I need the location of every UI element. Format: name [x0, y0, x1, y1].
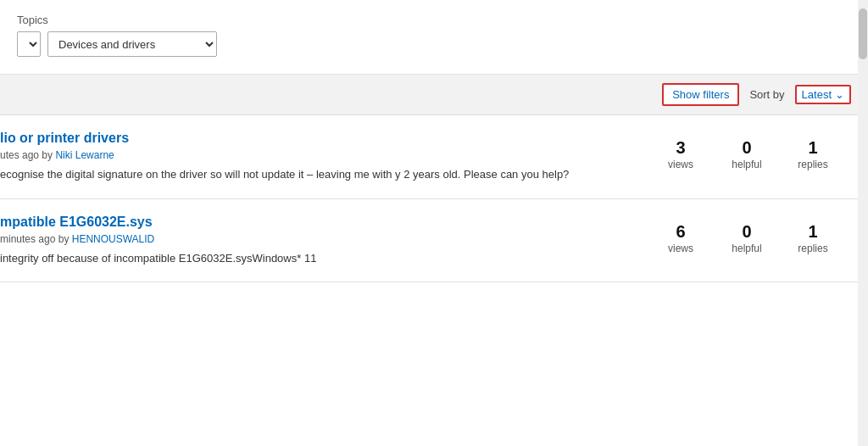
helpful-stat: 0 helpful [726, 139, 768, 170]
topics-label: Topics [17, 14, 851, 26]
post-time: utes ago by [0, 149, 55, 161]
helpful-label: helpful [732, 243, 761, 254]
views-label: views [668, 159, 693, 170]
views-stat: 6 views [659, 223, 702, 254]
sort-by-label: Sort by [749, 88, 784, 101]
helpful-stat: 0 helpful [726, 223, 768, 254]
views-count: 3 [676, 139, 685, 156]
posts-section: lio or printer drivers utes ago by Niki … [0, 115, 868, 282]
post-time: minutes ago by [0, 233, 72, 245]
post-stats: 6 views 0 helpful 1 replies [648, 215, 851, 254]
replies-stat: 1 replies [792, 223, 834, 254]
topics-row: Devices and driversAudioPrintersDisplayN… [17, 31, 851, 57]
sort-arrow-icon[interactable]: ⌄ [835, 88, 844, 101]
show-filters-button[interactable]: Show filters [662, 83, 739, 106]
sort-selected-text[interactable]: Latest [802, 88, 832, 101]
post-content: mpatible E1G6032E.sys minutes ago by HEN… [0, 215, 648, 267]
replies-label: replies [798, 243, 827, 254]
views-count: 6 [676, 223, 685, 240]
post-item: lio or printer drivers utes ago by Niki … [0, 115, 868, 199]
filter-bar: Show filters Sort by Latest ⌄ [0, 75, 868, 115]
post-meta: utes ago by Niki Lewarne [0, 149, 648, 161]
post-content: lio or printer drivers utes ago by Niki … [0, 131, 648, 183]
post-author-link[interactable]: Niki Lewarne [55, 149, 114, 161]
sort-dropdown-wrapper[interactable]: Latest ⌄ [795, 85, 851, 104]
scrollbar-thumb[interactable] [859, 8, 867, 59]
helpful-label: helpful [732, 159, 761, 170]
post-excerpt: ecognise the digital signature on the dr… [0, 166, 648, 183]
replies-label: replies [798, 159, 827, 170]
views-stat: 3 views [659, 139, 702, 170]
post-item: mpatible E1G6032E.sys minutes ago by HEN… [0, 199, 868, 283]
topics-mini-dropdown[interactable] [17, 31, 41, 57]
post-author-link[interactable]: HENNOUSWALID [72, 233, 155, 245]
replies-stat: 1 replies [792, 139, 834, 170]
helpful-count: 0 [742, 139, 751, 156]
replies-count: 1 [808, 223, 817, 240]
post-title[interactable]: mpatible E1G6032E.sys [0, 215, 648, 230]
post-stats: 3 views 0 helpful 1 replies [648, 131, 851, 170]
helpful-count: 0 [742, 223, 751, 240]
top-section: Topics Devices and driversAudioPrintersD… [0, 0, 868, 75]
post-excerpt: integrity off because of incompatible E1… [0, 250, 648, 267]
replies-count: 1 [808, 139, 817, 156]
scrollbar[interactable] [858, 0, 868, 282]
views-label: views [668, 243, 693, 254]
post-meta: minutes ago by HENNOUSWALID [0, 233, 648, 245]
topics-dropdown[interactable]: Devices and driversAudioPrintersDisplayN… [47, 31, 217, 57]
post-title[interactable]: lio or printer drivers [0, 131, 648, 146]
